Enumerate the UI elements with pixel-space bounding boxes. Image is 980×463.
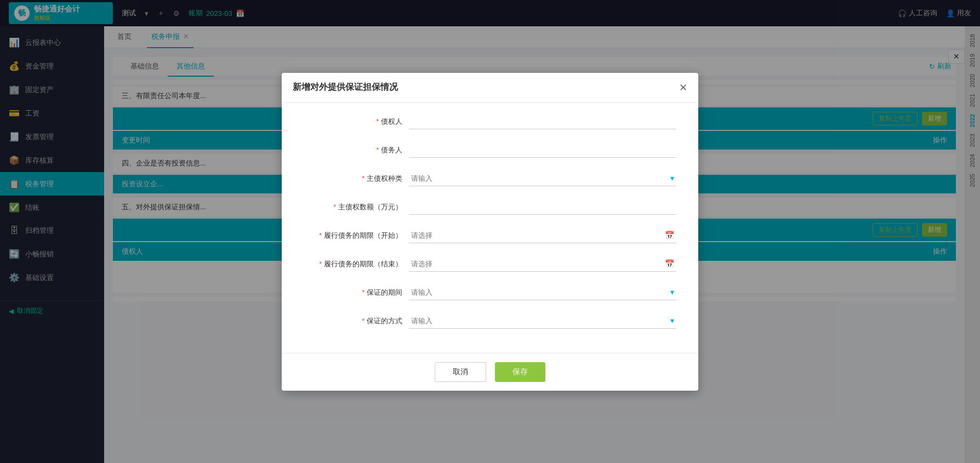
select-guarantee-period[interactable]: ▾: [409, 285, 676, 300]
label-guarantee-method: * 保证的方式: [304, 316, 402, 326]
dialog-header: 新增对外提供保证担保情况 ✕: [282, 73, 698, 103]
select-claim-type[interactable]: ▾: [409, 171, 676, 186]
save-button[interactable]: 保存: [495, 362, 545, 382]
modal-overlay: 新增对外提供保证担保情况 ✕ * 债权人 * 债务人: [0, 0, 980, 463]
input-claim-amount[interactable]: [409, 199, 676, 215]
dialog-footer: 取消 保存: [282, 353, 698, 391]
label-guarantee-period: * 保证的期间: [304, 288, 402, 298]
dialog: 新增对外提供保证担保情况 ✕ * 债权人 * 债务人: [282, 73, 698, 391]
label-claim-amount: * 主债权数额（万元）: [304, 202, 402, 212]
chevron-down-method-icon: ▾: [668, 316, 676, 325]
calendar-start-icon[interactable]: 📅: [663, 231, 676, 239]
dialog-close-btn[interactable]: ✕: [679, 82, 687, 94]
label-period-end: * 履行债务的期限（结束）: [304, 259, 402, 269]
chevron-down-icon: ▾: [668, 174, 676, 182]
input-debtor[interactable]: [409, 142, 676, 158]
input-creditor[interactable]: [409, 114, 676, 129]
form-row-claim-type: * 主债权种类 ▾: [304, 171, 676, 186]
form-row-creditor: * 债权人: [304, 114, 676, 129]
select-guarantee-method[interactable]: ▾: [409, 313, 676, 329]
input-period-end[interactable]: [409, 256, 663, 271]
form-row-debtor: * 债务人: [304, 142, 676, 158]
date-period-end[interactable]: 📅: [409, 256, 676, 272]
calendar-end-icon[interactable]: 📅: [663, 259, 676, 268]
input-claim-type[interactable]: [409, 171, 668, 186]
label-claim-type: * 主债权种类: [304, 174, 402, 184]
label-debtor: * 债务人: [304, 145, 402, 155]
cancel-button[interactable]: 取消: [435, 362, 486, 382]
form-row-guarantee-period: * 保证的期间 ▾: [304, 285, 676, 300]
input-guarantee-period[interactable]: [409, 285, 668, 300]
date-period-start[interactable]: 📅: [409, 228, 676, 243]
label-period-start: * 履行债务的期限（开始）: [304, 231, 402, 241]
form-row-claim-amount: * 主债权数额（万元）: [304, 199, 676, 215]
dialog-title: 新增对外提供保证担保情况: [293, 82, 398, 93]
dialog-body: * 债权人 * 债务人 * 主债权种类: [282, 103, 698, 353]
input-guarantee-method[interactable]: [409, 313, 668, 328]
chevron-down-period-icon: ▾: [668, 288, 676, 296]
label-creditor: * 债权人: [304, 117, 402, 127]
input-period-start[interactable]: [409, 228, 663, 243]
form-row-period-start: * 履行债务的期限（开始） 📅: [304, 228, 676, 243]
form-row-period-end: * 履行债务的期限（结束） 📅: [304, 256, 676, 272]
form-row-guarantee-method: * 保证的方式 ▾: [304, 313, 676, 329]
